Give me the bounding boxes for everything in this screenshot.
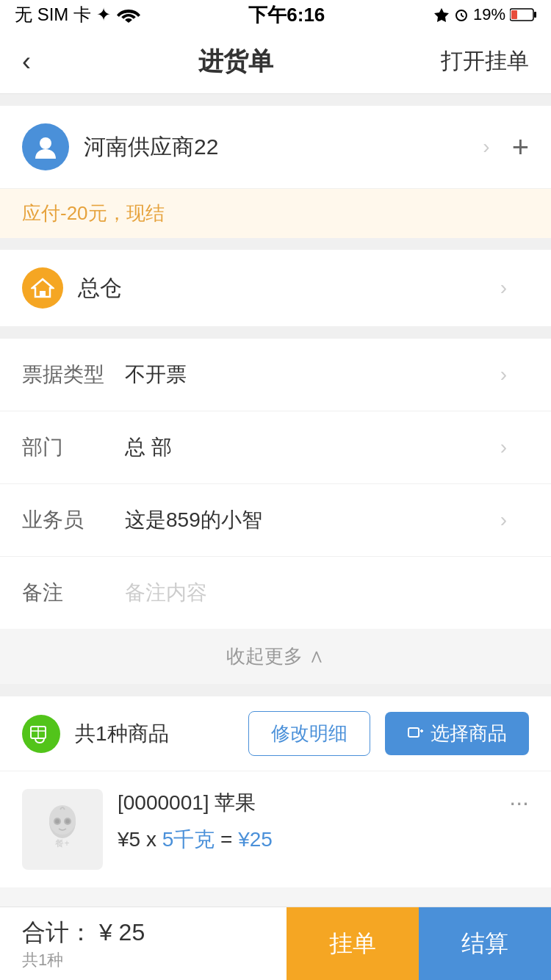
products-count: 共1种商品 — [75, 720, 234, 748]
department-value: 总 部 — [110, 433, 500, 461]
divider-2 — [0, 326, 551, 338]
collapse-label: 收起更多 ∧ — [226, 644, 324, 669]
product-more-button[interactable]: ··· — [509, 789, 529, 816]
remark-label: 备注 — [22, 579, 110, 607]
checkout-button[interactable]: 结算 — [419, 907, 551, 980]
remark-row[interactable]: 备注 备注内容 — [0, 556, 551, 629]
warehouse-chevron-icon: › — [500, 276, 507, 300]
product-thumbnail: 餐+ — [22, 789, 103, 870]
svg-rect-9 — [40, 291, 46, 297]
invoice-type-row[interactable]: 票据类型 不开票 › — [0, 338, 551, 411]
warehouse-name: 总仓 — [78, 273, 500, 303]
supplier-row[interactable]: 河南供应商22 › + — [0, 106, 551, 189]
salesman-label: 业务员 — [22, 506, 110, 534]
svg-line-3 — [461, 15, 464, 17]
equals-sign: = — [220, 828, 238, 851]
cart-add-icon — [407, 725, 425, 743]
product-image-placeholder: 餐+ — [37, 804, 88, 855]
bottom-bar: 合计： ¥ 25 共1种 挂单 结算 — [0, 907, 551, 980]
department-row[interactable]: 部门 总 部 › — [0, 411, 551, 483]
svg-marker-0 — [434, 8, 449, 22]
divider-1 — [0, 238, 551, 250]
alarm-icon — [454, 7, 469, 22]
svg-text:餐+: 餐+ — [55, 838, 69, 849]
salesman-chevron-icon: › — [500, 508, 507, 532]
warehouse-row[interactable]: 总仓 › — [0, 250, 551, 326]
products-icon — [22, 715, 60, 753]
quantity: 5千克 — [162, 828, 215, 851]
product-name: [0000001] 苹果 — [118, 789, 494, 817]
line-total: ¥25 — [238, 828, 273, 851]
product-info: [0000001] 苹果 ¥5 x 5千克 = ¥25 — [118, 789, 494, 854]
collapse-row[interactable]: 收起更多 ∧ — [0, 629, 551, 684]
total-sub: 共1种 — [22, 949, 264, 971]
nav-bar: ‹ 进货单 打开挂单 — [0, 29, 551, 94]
hang-button[interactable]: 挂单 — [287, 907, 419, 980]
svg-rect-5 — [534, 12, 536, 18]
warehouse-section: 总仓 › — [0, 250, 551, 326]
invoice-value: 不开票 — [110, 361, 500, 389]
department-label: 部门 — [22, 433, 110, 461]
open-hang-button[interactable]: 打开挂单 — [441, 46, 529, 76]
svg-rect-13 — [408, 728, 419, 737]
battery-text: 19% — [473, 5, 505, 24]
supplier-avatar — [22, 123, 69, 170]
top-divider — [0, 94, 551, 106]
total-section: 合计： ¥ 25 共1种 — [0, 907, 287, 980]
supplier-name: 河南供应商22 — [84, 132, 483, 162]
warehouse-icon — [22, 267, 63, 309]
invoice-label: 票据类型 — [22, 361, 110, 389]
user-icon — [32, 134, 59, 160]
edit-detail-button[interactable]: 修改明细 — [248, 711, 370, 756]
wifi-icon — [117, 7, 140, 23]
status-time: 下午6:16 — [248, 2, 325, 28]
status-bar: 无 SIM 卡 ✦ 下午6:16 19% — [0, 0, 551, 29]
add-supplier-button[interactable]: + — [512, 132, 529, 162]
product-title-name: 苹果 — [215, 791, 256, 814]
status-left: 无 SIM 卡 ✦ — [15, 3, 140, 26]
cart-icon — [29, 724, 53, 744]
select-product-label: 选择商品 — [431, 721, 507, 746]
back-button[interactable]: ‹ — [22, 46, 31, 77]
status-right: 19% — [433, 5, 536, 24]
notice-bar: 应付-20元，现结 — [0, 189, 551, 238]
total-value: ¥ 25 — [99, 919, 145, 945]
home-icon — [31, 278, 54, 298]
svg-point-21 — [65, 819, 70, 824]
products-section: 共1种商品 修改明细 选择商品 餐+ — [0, 696, 551, 887]
svg-point-7 — [40, 137, 51, 149]
form-section: 票据类型 不开票 › 部门 总 部 › 业务员 这是859的小智 › 备注 备注… — [0, 338, 551, 684]
supplier-chevron-icon: › — [483, 135, 489, 159]
svg-point-20 — [55, 819, 60, 824]
unit-price: ¥5 — [118, 828, 140, 851]
product-item: 餐+ [0000001] 苹果 ¥5 x 5千克 = ¥25 ··· — [0, 771, 551, 887]
invoice-chevron-icon: › — [500, 363, 507, 386]
products-header: 共1种商品 修改明细 选择商品 — [0, 696, 551, 771]
product-code: [0000001] — [118, 791, 209, 814]
total-label: 合计： — [22, 919, 93, 945]
battery-icon — [510, 8, 536, 21]
multiply-sign: x — [146, 828, 162, 851]
salesman-value: 这是859的小智 — [110, 506, 500, 534]
select-product-button[interactable]: 选择商品 — [385, 712, 529, 755]
salesman-row[interactable]: 业务员 这是859的小智 › — [0, 483, 551, 556]
remark-value[interactable]: 备注内容 — [110, 579, 529, 607]
page-title: 进货单 — [198, 45, 273, 79]
divider-3 — [0, 684, 551, 696]
location-icon — [433, 7, 450, 23]
svg-rect-6 — [511, 10, 517, 19]
product-price: ¥5 x 5千克 = ¥25 — [118, 826, 494, 854]
supplier-section: 河南供应商22 › + 应付-20元，现结 — [0, 106, 551, 238]
sim-status: 无 SIM 卡 ✦ — [15, 3, 111, 26]
department-chevron-icon: › — [500, 436, 507, 459]
total-amount: 合计： ¥ 25 — [22, 917, 264, 949]
